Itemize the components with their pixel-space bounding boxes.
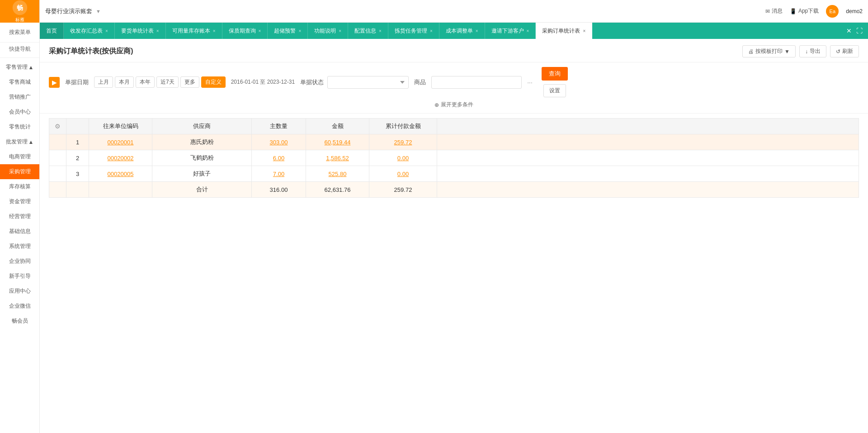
date-this-month-button[interactable]: 本月 [115, 76, 134, 88]
sidebar-item-app-center[interactable]: 应用中心 [0, 284, 39, 299]
filter-row-2: ⊕ 展开更多条件 [49, 101, 859, 109]
column-settings-icon[interactable]: ⚙ [55, 123, 61, 130]
query-button[interactable]: 查询 [542, 67, 568, 81]
quick-nav-label[interactable]: 快捷导航 [0, 43, 39, 56]
tab-close-icon[interactable]: × [213, 29, 216, 33]
goods-search-more-icon[interactable]: ··· [527, 79, 533, 86]
table-header: ⚙ 往来单位编码 供应商 主数量 金额 累计付款金额 [49, 119, 859, 134]
page-title: 采购订单统计表(按供应商) [49, 47, 133, 56]
sidebar-item-enterprise[interactable]: 企业协同 [0, 254, 39, 269]
avatar-initials: Ea [830, 9, 835, 14]
sidebar-item-retail-stats[interactable]: 零售统计 [0, 119, 39, 134]
tab-label: 要货单统计表 [121, 27, 154, 35]
page-header: 采购订单统计表(按供应商) 🖨 按模板打印 ▼ ↓ 导出 ↺ 刷新 [40, 39, 868, 62]
maximize-button[interactable]: ⛶ [854, 26, 864, 35]
topbar-left: 母婴行业演示账套 ▼ [45, 7, 101, 15]
sidebar-item-label: 新手引导 [9, 273, 31, 279]
sidebar-item-member-center[interactable]: 会员中心 [0, 105, 39, 119]
sidebar-item-inventory[interactable]: 库存核算 [0, 179, 39, 194]
sidebar-item-base-info[interactable]: 基础信息 [0, 224, 39, 239]
date-this-year-button[interactable]: 本年 [136, 76, 155, 88]
topbar-message-button[interactable]: ✉ 消息 [765, 7, 783, 15]
tab-close-icon[interactable]: × [339, 29, 341, 33]
sidebar-item-ecommerce-mgmt[interactable]: 电商管理 [0, 149, 39, 164]
topbar-app-download-button[interactable]: 📱 App下载 [790, 7, 819, 15]
arrow-icon: ▲ [28, 64, 34, 71]
print-button[interactable]: 🖨 按模板打印 ▼ [742, 45, 796, 57]
refresh-button[interactable]: ↺ 刷新 [830, 45, 859, 57]
tab-receive-summary[interactable]: 收发存汇总表 × [64, 23, 115, 39]
sidebar-item-sys-mgmt[interactable]: 系统管理 [0, 239, 39, 254]
sidebar-item-new-guide[interactable]: 新手引导 [0, 269, 39, 284]
table-row[interactable]: 3 00020005 好孩子 7.00 525.80 0.00 [49, 166, 859, 182]
close-tab-button[interactable]: ✕ [844, 26, 854, 35]
sidebar-item-enterprise-wechat[interactable]: 企业微信 [0, 299, 39, 314]
tab-close-icon[interactable]: × [105, 29, 108, 33]
tab-pick-task[interactable]: 拣货任务管理 × [388, 23, 439, 39]
sidebar-item-member[interactable]: 畅会员 [0, 314, 39, 328]
row-paid-cell[interactable]: 0.00 [369, 166, 437, 182]
sidebar-item-finance[interactable]: 资金管理 [0, 194, 39, 209]
tab-invite-downstream[interactable]: 邀请下游客户 × [485, 23, 536, 39]
status-select[interactable] [327, 76, 409, 89]
tab-expiry-query[interactable]: 保质期查询 × [222, 23, 268, 39]
row-amount-cell[interactable]: 1,586.52 [306, 150, 369, 166]
topbar-dropdown-icon[interactable]: ▼ [96, 9, 101, 14]
print-label: 按模板打印 [755, 48, 783, 55]
expand-more-button[interactable]: ⊕ 展开更多条件 [434, 101, 473, 109]
sidebar-item-retail-mgmt[interactable]: 零售管理 ▲ [0, 60, 39, 75]
export-button[interactable]: ↓ 导出 [799, 45, 826, 57]
tab-close-icon[interactable]: × [298, 29, 301, 33]
col-amount-header: 金额 [306, 119, 369, 134]
row-unit-code-cell[interactable]: 00020002 [89, 150, 152, 166]
filter-toggle-button[interactable]: ▶ [49, 77, 60, 88]
sidebar-item-wholesale-mgmt[interactable]: 批发管理 ▲ [0, 134, 39, 149]
row-paid-cell[interactable]: 0.00 [369, 150, 437, 166]
date-custom-button[interactable]: 自定义 [201, 76, 226, 88]
settings-button[interactable]: 设置 [543, 84, 566, 97]
row-unit-code-cell[interactable]: 00020001 [89, 134, 152, 150]
tab-purchase-order-stats[interactable]: 采购订单统计表 × [536, 23, 592, 39]
sidebar-item-operations[interactable]: 经营管理 [0, 209, 39, 224]
row-amount-cell[interactable]: 60,519.44 [306, 134, 369, 150]
tab-func-desc[interactable]: 功能说明 × [308, 23, 348, 39]
tab-close-icon[interactable]: × [583, 29, 585, 33]
row-qty-cell[interactable]: 6.00 [252, 150, 306, 166]
table-row[interactable]: 2 00020002 飞鹤奶粉 6.00 1,586.52 0.00 [49, 150, 859, 166]
table-row[interactable]: 1 00020001 惠氏奶粉 303.00 60,519.44 259.72 [49, 134, 859, 150]
tab-usable-inventory[interactable]: 可用量库存账本 × [166, 23, 222, 39]
tab-cost-adjust[interactable]: 成本调整单 × [439, 23, 485, 39]
row-extra-cell [437, 150, 859, 166]
tab-home[interactable]: 首页 [40, 23, 64, 39]
tab-close-icon[interactable]: × [527, 29, 529, 33]
username-label[interactable]: demo2 [846, 8, 863, 14]
row-paid-cell[interactable]: 259.72 [369, 134, 437, 150]
row-amount-cell[interactable]: 525.80 [306, 166, 369, 182]
tab-close-icon[interactable]: × [430, 29, 433, 33]
tab-close-icon[interactable]: × [156, 29, 159, 33]
tabbar-end-controls: ✕ ⛶ [841, 26, 868, 35]
row-settings-cell [49, 150, 66, 166]
date-last-month-button[interactable]: 上月 [94, 76, 113, 88]
tab-close-icon[interactable]: × [259, 29, 261, 33]
goods-search-input[interactable] [431, 76, 522, 89]
sidebar-item-purchase-mgmt[interactable]: 采购管理 [0, 164, 39, 179]
row-unit-code-cell[interactable]: 00020005 [89, 166, 152, 182]
sidebar-item-label: 经营管理 [9, 213, 31, 219]
total-label-cell: 合计 [152, 182, 252, 198]
tab-overstock-warning[interactable]: 超储预警 × [268, 23, 308, 39]
message-label: 消息 [772, 7, 783, 15]
avatar[interactable]: Ea [826, 5, 839, 18]
date-more-button[interactable]: 更多 [180, 76, 199, 88]
sidebar-item-retail-store[interactable]: 零售商城 [0, 75, 39, 90]
tab-config-info[interactable]: 配置信息 × [348, 23, 388, 39]
date-7days-button[interactable]: 近7天 [156, 76, 179, 88]
tab-close-icon[interactable]: × [476, 29, 478, 33]
row-qty-cell[interactable]: 7.00 [252, 166, 306, 182]
tab-close-icon[interactable]: × [379, 29, 382, 33]
search-menu-button[interactable]: 搜索菜单 [3, 26, 37, 38]
sidebar-item-marketing[interactable]: 营销推广 [0, 90, 39, 105]
tab-order-stats[interactable]: 要货单统计表 × [115, 23, 166, 39]
svg-text:畅: 畅 [17, 4, 23, 11]
row-qty-cell[interactable]: 303.00 [252, 134, 306, 150]
